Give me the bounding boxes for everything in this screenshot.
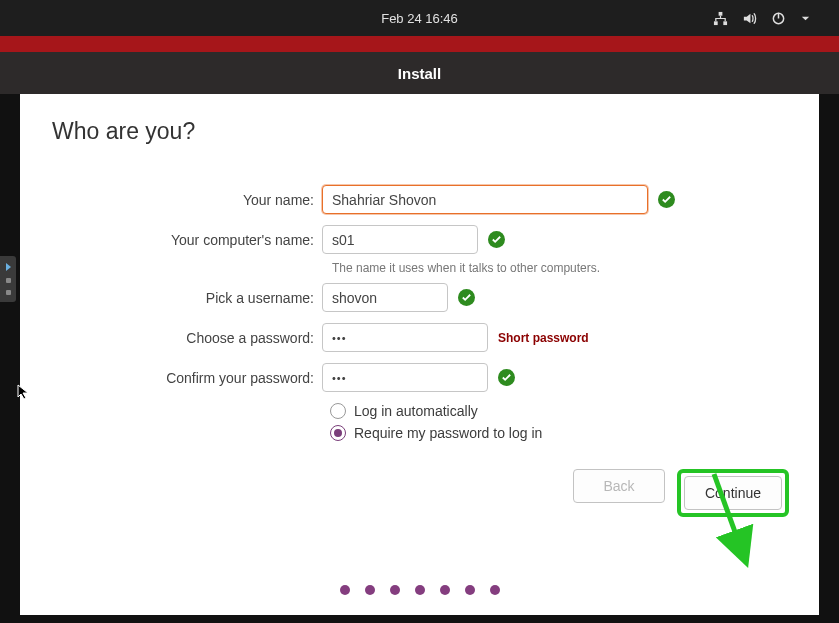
login-options: Log in automatically Require my password…: [330, 403, 787, 441]
progress-dot: [390, 585, 400, 595]
progress-dot: [340, 585, 350, 595]
progress-dot: [415, 585, 425, 595]
dock-launcher-stub[interactable]: [0, 256, 16, 302]
power-icon: [771, 11, 786, 26]
annotation-highlight: Continue: [677, 469, 789, 517]
row-password: Choose a password: Short password: [112, 323, 787, 352]
name-input[interactable]: [322, 185, 648, 214]
svg-rect-2: [723, 21, 727, 25]
username-input[interactable]: [322, 283, 448, 312]
progress-dot: [490, 585, 500, 595]
check-icon: [458, 289, 475, 306]
computer-name-hint: The name it uses when it talks to other …: [332, 261, 787, 275]
page-heading: Who are you?: [52, 118, 787, 145]
radio-icon: [330, 425, 346, 441]
radio-label: Log in automatically: [354, 403, 478, 419]
radio-label: Require my password to log in: [354, 425, 542, 441]
password-input[interactable]: [322, 323, 488, 352]
window-title: Install: [398, 65, 441, 82]
row-username: Pick a username:: [112, 283, 787, 312]
gnome-top-bar: Feb 24 16:46: [0, 0, 839, 36]
footer-buttons: Back Continue: [573, 469, 789, 517]
label-name: Your name:: [112, 192, 322, 208]
volume-icon: [742, 11, 757, 26]
radio-icon: [330, 403, 346, 419]
label-password: Choose a password:: [112, 330, 322, 346]
check-icon: [658, 191, 675, 208]
progress-dots: [340, 585, 500, 595]
accent-strip: [0, 36, 839, 52]
check-icon: [488, 231, 505, 248]
row-name: Your name:: [112, 185, 787, 214]
row-confirm: Confirm your password:: [112, 363, 787, 392]
progress-dot: [440, 585, 450, 595]
confirm-password-input[interactable]: [322, 363, 488, 392]
window-titlebar: Install: [0, 52, 839, 94]
back-button[interactable]: Back: [573, 469, 665, 503]
chevron-down-icon: [800, 13, 811, 24]
progress-dot: [365, 585, 375, 595]
label-username: Pick a username:: [112, 290, 322, 306]
svg-rect-0: [719, 11, 723, 15]
dock-dot-icon: [6, 290, 11, 295]
row-computer: Your computer's name:: [112, 225, 787, 254]
check-icon: [498, 369, 515, 386]
user-form: Your name: Your computer's name: The nam…: [112, 185, 787, 441]
progress-dot: [465, 585, 475, 595]
clock[interactable]: Feb 24 16:46: [381, 11, 458, 26]
label-confirm: Confirm your password:: [112, 370, 322, 386]
dock-dot-icon: [6, 278, 11, 283]
label-computer: Your computer's name:: [112, 232, 322, 248]
radio-require-password[interactable]: Require my password to log in: [330, 425, 787, 441]
radio-auto-login[interactable]: Log in automatically: [330, 403, 787, 419]
indicator-icon: [6, 263, 11, 271]
password-strength-hint: Short password: [498, 331, 589, 345]
installer-panel: Who are you? Your name: Your computer's …: [20, 94, 819, 615]
computer-name-input[interactable]: [322, 225, 478, 254]
network-icon: [713, 11, 728, 26]
system-status-area[interactable]: [713, 0, 811, 36]
svg-rect-1: [714, 21, 718, 25]
continue-button[interactable]: Continue: [684, 476, 782, 510]
